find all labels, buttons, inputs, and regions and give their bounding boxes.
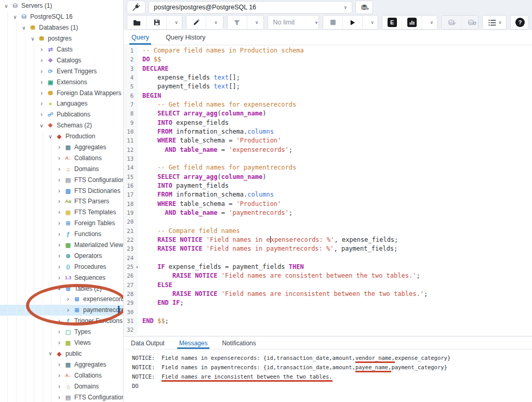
edit-button[interactable] (187, 16, 206, 29)
collapse-arrow-icon[interactable]: ∨ (46, 134, 55, 139)
expand-arrow-icon[interactable]: › (55, 362, 63, 367)
save-button[interactable] (147, 16, 166, 29)
row-limit-select[interactable]: No limit ▾ (268, 16, 319, 29)
tree-item-collations[interactable]: ›A↓Collations (0, 370, 123, 381)
expand-arrow-icon[interactable]: › (55, 210, 63, 215)
tree-item-expenserecords[interactable]: ›⊞expenserecords (0, 294, 123, 305)
tree-item-domains[interactable]: ›⌂Domains (0, 381, 123, 392)
execute-menu-button[interactable]: ∨ (362, 16, 378, 29)
tree-item-foreign-tables[interactable]: ›⊞Foreign Tables (0, 218, 123, 229)
tree-item-foreign-data-wrappers[interactable]: ›⛃Foreign Data Wrappers (0, 87, 123, 98)
tab-notifications[interactable]: Notifications (221, 338, 257, 349)
expand-arrow-icon[interactable]: › (55, 395, 63, 400)
commit-button[interactable]: ⛁✓ (442, 16, 461, 29)
connection-status-button[interactable] (127, 1, 145, 14)
expand-arrow-icon[interactable]: › (55, 373, 63, 378)
tree-item-schemas-2[interactable]: ∨❖Schemas (2) (0, 120, 123, 131)
tree-item-operators[interactable]: ›⊕Operators (0, 250, 123, 261)
expand-arrow-icon[interactable]: › (55, 166, 63, 172)
macros-button[interactable]: ∨ (483, 16, 507, 29)
explain-analyze-button[interactable] (402, 16, 421, 29)
expand-arrow-icon[interactable]: › (37, 112, 46, 117)
collapse-arrow-icon[interactable]: ∨ (55, 286, 63, 291)
sql-editor[interactable]: 1-- Compare field names in Production sc… (124, 45, 532, 336)
expand-arrow-icon[interactable]: › (55, 329, 63, 334)
tree-item-domains[interactable]: ›⌂Domains (0, 163, 123, 174)
tree-item-types[interactable]: ›▢Types (0, 327, 123, 338)
expand-arrow-icon[interactable]: › (37, 58, 46, 63)
expand-arrow-icon[interactable]: › (55, 155, 63, 161)
expand-arrow-icon[interactable]: › (64, 307, 72, 313)
expand-arrow-icon[interactable]: › (55, 275, 63, 280)
tree-item-aggregates[interactable]: ›▦Aggregates (0, 142, 123, 153)
expand-arrow-icon[interactable]: › (64, 296, 72, 302)
edit-menu-button[interactable]: ∨ (206, 16, 223, 29)
expand-arrow-icon[interactable]: › (37, 90, 46, 96)
expand-arrow-icon[interactable]: › (55, 264, 63, 269)
collapse-arrow-icon[interactable]: ∨ (46, 351, 55, 356)
expand-arrow-icon[interactable]: › (55, 231, 63, 237)
collapse-arrow-icon[interactable]: ∨ (29, 36, 37, 42)
tree-item-fts-parsers[interactable]: ›AaFTS Parsers (0, 196, 123, 207)
browser-tree-panel[interactable]: ∨⛁Servers (1)∨⛁PostgreSQL 16∨⛃Databases … (0, 0, 124, 402)
expand-arrow-icon[interactable]: › (55, 188, 63, 193)
expand-arrow-icon[interactable]: › (55, 242, 63, 248)
fold-marker-icon[interactable]: ▾ (136, 263, 138, 272)
rollback-button[interactable]: ⛁↺ (461, 16, 478, 29)
save-menu-button[interactable]: ∨ (166, 16, 182, 29)
explain-button[interactable]: E (382, 16, 402, 29)
tree-item-collations[interactable]: ›A↓Collations (0, 152, 123, 163)
collapse-arrow-icon[interactable]: ∨ (20, 25, 28, 31)
tree-item-postgres[interactable]: ∨⛃postgres (0, 33, 123, 44)
collapse-arrow-icon[interactable]: ∨ (11, 14, 19, 20)
tree-item-tables-2[interactable]: ∨⊞Tables (2) (0, 283, 123, 294)
tree-item-extensions[interactable]: ›▣Extensions (0, 76, 123, 87)
expand-arrow-icon[interactable]: › (55, 221, 63, 226)
expand-arrow-icon[interactable]: › (55, 318, 63, 323)
tree-item-postgresql-16[interactable]: ∨⛁PostgreSQL 16 (0, 11, 123, 22)
tree-item-sequences[interactable]: ›1.3Sequences (0, 272, 123, 283)
tree-item-paymentrecords[interactable]: ›⊞paymentrecords (0, 305, 123, 316)
open-file-button[interactable] (127, 16, 147, 29)
tree-item-servers-1[interactable]: ∨⛁Servers (1) (0, 1, 123, 11)
filter-button[interactable] (228, 16, 247, 29)
new-connection-button[interactable]: ⛃▸ (355, 1, 373, 14)
tab-query[interactable]: Query (130, 31, 150, 45)
expand-arrow-icon[interactable]: › (55, 340, 63, 345)
tree-item-casts[interactable]: ›⇄Casts (0, 44, 123, 55)
tree-item-fts-configurations[interactable]: ›▤FTS Configurations (0, 392, 123, 402)
tree-item-public[interactable]: ∨◈public (0, 348, 123, 359)
explain-menu-button[interactable]: ∨ (421, 16, 437, 29)
expand-arrow-icon[interactable]: › (37, 101, 46, 106)
filter-menu-button[interactable]: ∨ (247, 16, 264, 29)
tree-item-event-triggers[interactable]: ›⟳Event Triggers (0, 66, 123, 76)
help-button[interactable]: ? (511, 16, 529, 29)
tree-item-fts-templates[interactable]: ›▣FTS Templates (0, 207, 123, 218)
tree-item-trigger-functions[interactable]: ›ƒTrigger Functions (0, 316, 123, 327)
connection-selector[interactable]: postgres/postgres@PostgreSQL 16 ∨ (149, 1, 352, 14)
collapse-arrow-icon[interactable]: ∨ (2, 3, 10, 9)
expand-arrow-icon[interactable]: › (55, 384, 63, 389)
tree-item-fts-configurations[interactable]: ›▤FTS Configurations (0, 174, 123, 185)
tree-item-functions[interactable]: ›ƒFunctions (0, 229, 123, 240)
tree-item-materialized-views[interactable]: ›▦Materialized Views (0, 240, 123, 251)
tree-item-views[interactable]: ›▦Views (0, 338, 123, 348)
expand-arrow-icon[interactable]: › (55, 253, 63, 258)
tree-item-databases-1[interactable]: ∨⛃Databases (1) (0, 22, 123, 33)
tree-item-languages[interactable]: ›●Languages (0, 98, 123, 109)
tree-item-aggregates[interactable]: ›▦Aggregates (0, 359, 123, 370)
tree-item-production[interactable]: ∨◈Production (0, 131, 123, 142)
execute-button[interactable] (342, 16, 362, 29)
tree-item-procedures[interactable]: ›{}Procedures (0, 261, 123, 272)
expand-arrow-icon[interactable]: › (37, 69, 46, 74)
expand-arrow-icon[interactable]: › (37, 80, 46, 85)
expand-arrow-icon[interactable]: › (37, 47, 46, 52)
tree-item-catalogs[interactable]: ›❖Catalogs (0, 55, 123, 66)
tab-messages[interactable]: Messages (178, 338, 209, 349)
expand-arrow-icon[interactable]: › (55, 177, 63, 183)
collapse-arrow-icon[interactable]: ∨ (37, 123, 46, 128)
cancel-query-button[interactable] (323, 16, 342, 29)
tab-query-history[interactable]: Query History (165, 31, 206, 45)
tab-data-output[interactable]: Data Output (130, 338, 166, 349)
tree-item-publications[interactable]: ›☍Publications (0, 109, 123, 120)
